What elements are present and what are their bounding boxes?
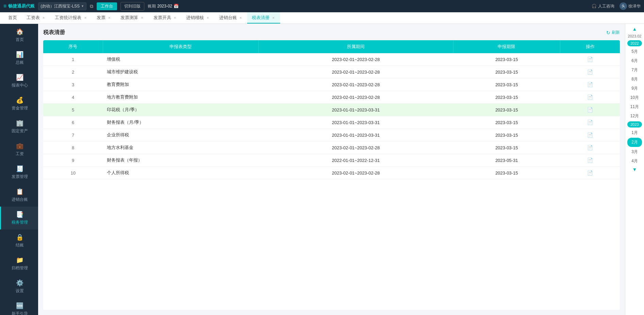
consult-button[interactable]: 🎧 人工咨询 bbox=[592, 3, 614, 9]
month-item-2022-10月[interactable]: 10月 bbox=[625, 93, 644, 102]
row-action-icon[interactable]: 📄 bbox=[587, 170, 593, 176]
sidebar-label-archive: 归档管理 bbox=[12, 265, 28, 271]
tab-工资表[interactable]: 工资表× bbox=[22, 12, 50, 24]
tab-税表清册[interactable]: 税表清册× bbox=[247, 12, 280, 24]
cell-action[interactable]: 📄 bbox=[560, 104, 620, 116]
sidebar-label-tax: 税务管理 bbox=[12, 220, 28, 225]
cell-action[interactable]: 📄 bbox=[560, 91, 620, 104]
tab-close-工资统计报表[interactable]: × bbox=[83, 15, 87, 20]
tab-发票开具[interactable]: 发票开具× bbox=[149, 12, 181, 24]
user-profile[interactable]: 头 徐泽华 bbox=[619, 2, 641, 10]
salary-icon: 💼 bbox=[16, 142, 23, 150]
row-action-icon[interactable]: 📄 bbox=[587, 145, 593, 150]
row-action-icon[interactable]: 📄 bbox=[587, 120, 593, 125]
app-logo: 畅捷通易代账 bbox=[3, 3, 35, 9]
sidebar-item-funds[interactable]: 💰资金管理 bbox=[0, 92, 38, 115]
tab-close-工资表[interactable]: × bbox=[42, 15, 45, 20]
row-action-icon[interactable]: 📄 bbox=[587, 69, 593, 75]
switch-old-button[interactable]: 切到旧版 bbox=[120, 2, 144, 11]
sidebar-item-salary[interactable]: 💼工资 bbox=[0, 138, 38, 161]
tab-进销稽核[interactable]: 进销稽核× bbox=[181, 12, 214, 24]
month-item-2023-3月[interactable]: 3月 bbox=[625, 147, 644, 156]
tab-close-发票测算[interactable]: × bbox=[140, 15, 144, 20]
table-row: 5印花税（月/季）2023-01-01~2023-03-312023-03-15… bbox=[43, 104, 620, 116]
sidebar-item-assets[interactable]: 🏢固定资产 bbox=[0, 115, 38, 138]
panel-down-arrow[interactable]: ▼ bbox=[631, 166, 638, 173]
copy-icon[interactable]: ⧉ bbox=[90, 3, 93, 9]
sidebar-item-archive[interactable]: 📁归档管理 bbox=[0, 252, 38, 275]
cell-action[interactable]: 📄 bbox=[560, 53, 620, 66]
calendar-icon[interactable]: 📅 bbox=[174, 4, 179, 9]
cell-action[interactable]: 📄 bbox=[560, 154, 620, 167]
tab-close-进销稽核[interactable]: × bbox=[206, 15, 209, 20]
month-item-2023-4月[interactable]: 4月 bbox=[625, 156, 644, 166]
closing-icon: 🔒 bbox=[16, 234, 23, 241]
col-所属期间: 所属期间 bbox=[259, 40, 453, 53]
cell-action[interactable]: 📄 bbox=[560, 116, 620, 129]
company-selector[interactable]: (勿动）江西报宝-LSS bbox=[38, 2, 86, 10]
sidebar-item-purchase[interactable]: 📋进销台账 bbox=[0, 184, 38, 207]
settings-icon: ⚙️ bbox=[16, 279, 23, 287]
cell-period: 2023-02-01~2023-02-28 bbox=[259, 53, 453, 66]
sidebar-item-closing[interactable]: 🔒结账 bbox=[0, 229, 38, 252]
cell-action[interactable]: 📄 bbox=[560, 141, 620, 154]
refresh-button[interactable]: ↻ 刷新 bbox=[606, 30, 620, 35]
month-item-2022-12月[interactable]: 12月 bbox=[625, 111, 644, 121]
avatar: 头 bbox=[619, 2, 627, 10]
sidebar-label-ledger: 总账 bbox=[16, 60, 24, 65]
sidebar-item-settings[interactable]: ⚙️设置 bbox=[0, 275, 38, 298]
month-item-2023-2月[interactable]: 2月 bbox=[627, 138, 642, 147]
home-icon: 🏠 bbox=[16, 28, 23, 35]
row-action-icon[interactable]: 📄 bbox=[587, 57, 593, 62]
month-item-2022-8月[interactable]: 8月 bbox=[625, 75, 644, 84]
reports-icon: 📈 bbox=[16, 74, 23, 81]
row-action-icon[interactable]: 📄 bbox=[587, 158, 593, 163]
tab-首页[interactable]: 首页 bbox=[3, 12, 22, 24]
cell-deadline: 2023-03-15 bbox=[453, 104, 560, 116]
tax-table: 序号申报表类型所属期间申报期限操作 1增值税2023-02-01~2023-02… bbox=[43, 40, 620, 179]
month-item-2022-11月[interactable]: 11月 bbox=[625, 102, 644, 111]
cell-index: 9 bbox=[43, 154, 103, 167]
sidebar-item-guide[interactable]: 🆕新手引导 bbox=[0, 298, 38, 315]
content-area: 税表清册 ↻ 刷新 序号申报表类型所属期间申报期限操作 1增值税2023-02-… bbox=[38, 24, 644, 315]
cell-action[interactable]: 📄 bbox=[560, 66, 620, 78]
tab-进销台账[interactable]: 进销台账× bbox=[214, 12, 247, 24]
row-action-icon[interactable]: 📄 bbox=[587, 82, 593, 87]
sidebar-item-tax[interactable]: 📑税务管理 bbox=[0, 207, 38, 229]
sidebar-item-ledger[interactable]: 📊总账 bbox=[0, 47, 38, 70]
row-action-icon[interactable]: 📄 bbox=[587, 132, 593, 138]
cell-action[interactable]: 📄 bbox=[560, 78, 620, 91]
table-row: 1增值税2023-02-01~2023-02-282023-03-15📄 bbox=[43, 53, 620, 66]
col-序号: 序号 bbox=[43, 40, 103, 53]
cell-action[interactable]: 📄 bbox=[560, 129, 620, 141]
tab-发票[interactable]: 发票× bbox=[92, 12, 116, 24]
table-row: 7企业所得税2023-01-01~2023-03-312023-03-15📄 bbox=[43, 129, 620, 141]
workbench-button[interactable]: 工作台 bbox=[97, 2, 117, 10]
cell-action[interactable]: 📄 bbox=[560, 167, 620, 179]
tab-close-税表清册[interactable]: × bbox=[272, 15, 275, 20]
tab-close-发票开具[interactable]: × bbox=[173, 15, 177, 20]
cell-period: 2022-01-01~2022-12-31 bbox=[259, 154, 453, 167]
month-item-2023-1月[interactable]: 1月 bbox=[625, 128, 644, 137]
month-item-2022-7月[interactable]: 7月 bbox=[625, 65, 644, 75]
sidebar-item-reports[interactable]: 📈报表中心 bbox=[0, 70, 38, 92]
year-label-2023: 2023 bbox=[627, 121, 642, 127]
month-item-2022-5月[interactable]: 5月 bbox=[625, 47, 644, 56]
tab-发票测算[interactable]: 发票测算× bbox=[116, 12, 148, 24]
sidebar: 🏠首页📊总账📈报表中心💰资金管理🏢固定资产💼工资🧾发票管理📋进销台账📑税务管理🔒… bbox=[0, 24, 38, 315]
panel-up-arrow[interactable]: ▲ bbox=[631, 25, 638, 33]
cell-index: 8 bbox=[43, 141, 103, 154]
tab-close-发票[interactable]: × bbox=[108, 15, 111, 20]
tab-工资统计报表[interactable]: 工资统计报表× bbox=[50, 12, 92, 24]
cell-deadline: 2023-05-31 bbox=[453, 154, 560, 167]
month-item-2022-9月[interactable]: 9月 bbox=[625, 84, 644, 93]
tab-close-进销台账[interactable]: × bbox=[239, 15, 242, 20]
col-申报期限: 申报期限 bbox=[453, 40, 560, 53]
row-action-icon[interactable]: 📄 bbox=[587, 107, 593, 112]
month-item-2022-6月[interactable]: 6月 bbox=[625, 56, 644, 65]
sidebar-item-home[interactable]: 🏠首页 bbox=[0, 24, 38, 47]
row-action-icon[interactable]: 📄 bbox=[587, 94, 593, 100]
sidebar-item-invoice[interactable]: 🧾发票管理 bbox=[0, 161, 38, 184]
cell-deadline: 2023-03-15 bbox=[453, 91, 560, 104]
sidebar-label-purchase: 进销台账 bbox=[12, 197, 28, 202]
